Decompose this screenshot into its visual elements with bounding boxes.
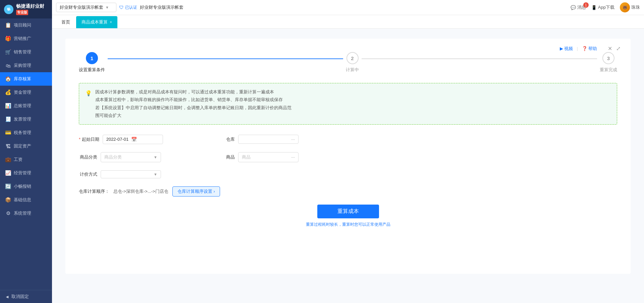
sidebar-item-inventory[interactable]: 🏠 库存核算 [0, 72, 52, 86]
sidebar-item-label: 税务管理 [14, 130, 31, 136]
step-1-label: 设置重算条件 [79, 67, 105, 73]
submit-hint: 重算过程耗时较长，重算时您可以正常使用产品 [306, 222, 390, 227]
assets-icon: 🏗 [5, 143, 11, 149]
shield-icon: 🛡 [119, 5, 124, 10]
invoice-icon: 🧾 [5, 116, 11, 122]
sidebar-item-label: 基础信息 [14, 197, 31, 203]
sidebar-item-invoice[interactable]: 🧾 发票管理 [0, 113, 52, 126]
account-name: 好业财专业版演示帐套 [140, 4, 183, 10]
calc-order-settings-button[interactable]: 仓库计算顺序设置 › [172, 186, 220, 197]
more-icon: ··· [291, 155, 295, 160]
sidebar-item-basic[interactable]: 📦 基础信息 [0, 193, 52, 207]
chevron-down-icon: ▼ [105, 5, 109, 9]
sidebar-item-label: 销售管理 [14, 49, 31, 55]
sidebar-item-marketing[interactable]: 🎁 营销推广 [0, 32, 52, 45]
sidebar-item-system[interactable]: ⚙ 系统管理 [0, 207, 52, 220]
recalculate-button[interactable]: 重算成本 [317, 205, 379, 218]
avatar: 🐻 [620, 2, 630, 12]
salary-icon: 💼 [5, 157, 11, 163]
info-line-1: 因成本计算参数调整，或是对商品成本有疑问时，可以通过成本重算功能，重新计算一遍成… [95, 88, 291, 96]
category-field: 商品分类 商品分类 ▼ [79, 152, 196, 162]
sidebar-header: 畅 畅捷通好业财 专业版 [0, 0, 52, 18]
user-name: 珠珠 [631, 4, 640, 10]
sidebar-item-expense[interactable]: 🔄 小畅报销 [0, 180, 52, 193]
pricing-field: 计价方式 ▼ [79, 170, 196, 178]
start-date-input[interactable]: 2022-07-01 📅 [103, 135, 163, 144]
sidebar-item-label: 系统管理 [14, 210, 31, 216]
video-label: 视频 [564, 46, 573, 52]
info-box: 💡 因成本计算参数调整，或是对商品成本有疑问时，可以通过成本重算功能，重新计算一… [79, 83, 617, 125]
chevron-down-icon: ▼ [154, 155, 157, 159]
stepper: 1 设置重算条件 2 计算中 3 重算完成 [79, 49, 617, 73]
step-line-1 [108, 58, 343, 59]
goods-placeholder: 商品 [242, 154, 251, 160]
sidebar-item-label: 库存核算 [14, 76, 31, 82]
sidebar-item-operations[interactable]: 📈 经营管理 [0, 166, 52, 180]
goods-label: 商品 [216, 154, 235, 160]
account-selector[interactable]: 好业财专业版演示帐套 ▼ [56, 3, 116, 12]
pricing-select[interactable]: ▼ [101, 170, 161, 178]
goods-field: 商品 商品 ··· [216, 152, 334, 162]
calc-order-btn-label: 仓库计算顺序设置 [177, 188, 212, 194]
marketing-icon: 🎁 [5, 36, 11, 42]
category-select[interactable]: 商品分类 ▼ [101, 152, 161, 162]
verified-badge: 🛡 已认证 [119, 5, 137, 10]
mobile-icon: 📱 [591, 5, 597, 10]
active-tab-label: 商品成本重算 [82, 19, 108, 25]
unpin-button[interactable]: ◄ 取消固定 [0, 290, 52, 303]
more-icon: ··· [291, 137, 295, 142]
sidebar-item-label: 资金管理 [14, 89, 31, 95]
purchase-icon: 🛍 [5, 62, 11, 69]
message-button[interactable]: 💬 消息 1 [571, 4, 586, 10]
tab-home[interactable]: 首页 [56, 16, 75, 28]
tab-cost-recalc[interactable]: 商品成本重算 × [76, 16, 117, 28]
info-line-4: 围可能会扩大 [95, 112, 291, 119]
tab-close-button[interactable]: × [110, 20, 112, 25]
account-selector-text: 好业财专业版演示帐套 [60, 4, 103, 10]
topbar-right: 💬 消息 1 📱 App下载 🐻 珠珠 [571, 2, 640, 12]
message-icon: 💬 [571, 5, 576, 10]
sidebar-item-assets[interactable]: 🏗 固定资产 [0, 139, 52, 153]
message-badge: 1 [583, 2, 589, 8]
sidebar-item-sales[interactable]: 🛒 销售管理 [0, 45, 52, 59]
app-download-button[interactable]: 📱 App下载 [591, 4, 614, 10]
calc-order-arrow-icon: › [214, 189, 215, 194]
category-label: 商品分类 [79, 154, 97, 160]
expand-button[interactable]: ⤢ [616, 45, 621, 52]
sidebar-item-label: 总账管理 [14, 103, 31, 109]
warning-icon: 💡 [85, 89, 92, 120]
sidebar-item-accounting[interactable]: 📊 总账管理 [0, 99, 52, 113]
warehouse-input[interactable]: ··· [238, 135, 299, 144]
step-3: 3 重算完成 [600, 52, 617, 73]
help-button[interactable]: ❓ 帮助 [582, 46, 597, 52]
sidebar-item-finance[interactable]: 💰 资金管理 [0, 86, 52, 99]
step-2-label: 计算中 [346, 67, 359, 73]
topbar: 好业财专业版演示帐套 ▼ 🛡 已认证 好业财专业版演示帐套 💬 消息 1 📱 A… [52, 0, 644, 15]
calendar-icon: 📅 [131, 137, 137, 142]
sidebar-item-tax[interactable]: 💳 税务管理 [0, 126, 52, 139]
question-icon: ❓ [582, 46, 587, 51]
help-label: 帮助 [588, 46, 597, 52]
sidebar-item-project[interactable]: 📋 项目顾问 [0, 18, 52, 32]
user-menu[interactable]: 🐻 珠珠 [620, 2, 640, 12]
info-content: 因成本计算参数调整，或是对商品成本有疑问时，可以通过成本重算功能，重新计算一遍成… [95, 88, 291, 120]
calc-order-value: 总仓->深圳仓库->...->门店仓 [113, 188, 168, 194]
sidebar-item-salary[interactable]: 💼 工资 [0, 153, 52, 166]
main-area: 好业财专业版演示帐套 ▼ 🛡 已认证 好业财专业版演示帐套 💬 消息 1 📱 A… [52, 0, 644, 303]
sidebar-item-label: 项目顾问 [14, 22, 31, 28]
goods-input[interactable]: 商品 ··· [238, 152, 299, 162]
content-top-actions: ▶ 视频 | ❓ 帮助 ✕ ⤢ [560, 45, 621, 52]
close-button[interactable]: ✕ [608, 45, 612, 52]
app-download-label: App下载 [598, 4, 614, 10]
warehouse-field: 仓库 ··· [216, 135, 334, 144]
form-row-2: 商品分类 商品分类 ▼ 商品 商品 ··· [79, 152, 617, 162]
start-date-label: 起始日期 [79, 136, 99, 142]
sidebar-item-label: 营销推广 [14, 36, 31, 42]
divider: | [577, 46, 578, 51]
sidebar: 畅 畅捷通好业财 专业版 📋 项目顾问 🎁 营销推广 🛒 销售管理 🛍 采购管理… [0, 0, 52, 303]
sidebar-item-purchase[interactable]: 🛍 采购管理 [0, 59, 52, 72]
topbar-left: 好业财专业版演示帐套 ▼ 🛡 已认证 好业财专业版演示帐套 [56, 3, 567, 12]
info-line-2: 成本重算过程中，影响库存账的操作均不能操作，比如进货单、销货单、库存单据不能审核… [95, 96, 291, 103]
video-button[interactable]: ▶ 视频 [560, 46, 573, 52]
app-title: 畅捷通好业财 [16, 3, 44, 9]
